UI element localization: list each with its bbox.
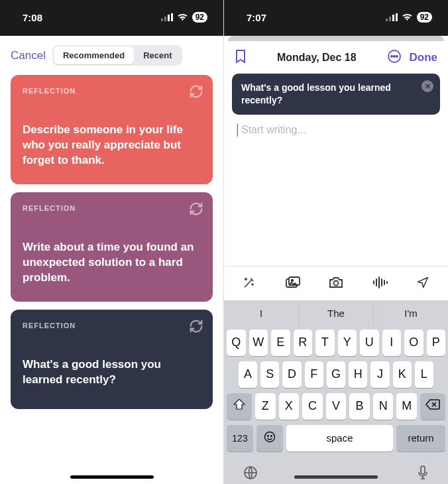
- svg-rect-2: [168, 15, 170, 21]
- battery-level: 92: [417, 12, 432, 23]
- prompt-card[interactable]: REFLECTION Write about a time you found …: [11, 192, 213, 302]
- refresh-icon[interactable]: [189, 202, 203, 219]
- refresh-icon[interactable]: [189, 84, 203, 101]
- key-123[interactable]: 123: [227, 425, 253, 452]
- editor-toolbar: [224, 266, 448, 300]
- key-x[interactable]: X: [279, 393, 300, 420]
- camera-button[interactable]: [323, 273, 349, 294]
- svg-point-11: [396, 56, 397, 57]
- key-v[interactable]: V: [326, 393, 347, 420]
- phone-prompts-screen: 7:08 92 Cancel Recommended Recent REFLEC…: [0, 0, 224, 484]
- key-m[interactable]: M: [396, 393, 417, 420]
- key-k[interactable]: K: [393, 361, 412, 388]
- status-bar: 7:08 92: [0, 0, 223, 36]
- wifi-icon: [402, 13, 413, 21]
- key-u[interactable]: U: [360, 330, 379, 356]
- status-time: 7:08: [23, 12, 42, 23]
- backspace-icon: [425, 399, 440, 413]
- svg-point-10: [393, 56, 394, 57]
- prompts-nav: Cancel Recommended Recent: [0, 36, 223, 75]
- emoji-icon: [264, 434, 276, 445]
- keyboard-row: Z X C V B N M: [227, 393, 445, 420]
- key-s[interactable]: S: [260, 361, 279, 388]
- text-editor[interactable]: │Start writing...: [224, 121, 448, 266]
- prompt-text: Describe someone in your life who you re…: [23, 123, 201, 168]
- key-n[interactable]: N: [373, 393, 394, 420]
- wifi-icon: [177, 13, 188, 21]
- key-h[interactable]: H: [349, 361, 367, 388]
- globe-button[interactable]: [243, 465, 258, 483]
- home-indicator[interactable]: [70, 475, 154, 479]
- key-q[interactable]: Q: [227, 330, 246, 356]
- svg-point-22: [265, 432, 275, 442]
- sheet-background-edge: [228, 36, 444, 41]
- key-z[interactable]: Z: [255, 393, 276, 420]
- waveform-icon: [372, 281, 388, 291]
- key-c[interactable]: C: [302, 393, 323, 420]
- audio-button[interactable]: [366, 273, 393, 294]
- key-shift[interactable]: [227, 393, 252, 420]
- svg-point-23: [268, 436, 269, 437]
- key-o[interactable]: O: [404, 330, 423, 356]
- key-t[interactable]: T: [315, 330, 335, 356]
- done-button[interactable]: Done: [410, 51, 438, 64]
- editor-nav: Monday, Dec 18 Done: [224, 41, 448, 74]
- predictive-text-bar: I The I'm: [224, 300, 448, 326]
- prompt-category: REFLECTION: [23, 87, 201, 95]
- key-return[interactable]: return: [396, 425, 445, 452]
- key-g[interactable]: G: [327, 361, 345, 388]
- more-button[interactable]: [387, 49, 402, 66]
- segmented-control[interactable]: Recommended Recent: [52, 45, 183, 66]
- ai-magic-button[interactable]: [237, 273, 262, 294]
- prompt-card[interactable]: REFLECTION Describe someone in your life…: [11, 75, 213, 184]
- keyboard-row: 123 space return: [227, 425, 445, 452]
- text-cursor: │: [235, 124, 241, 135]
- key-e[interactable]: E: [271, 330, 290, 356]
- svg-point-9: [390, 56, 392, 57]
- key-space[interactable]: space: [286, 425, 393, 452]
- key-y[interactable]: Y: [338, 330, 357, 356]
- key-f[interactable]: F: [305, 361, 323, 388]
- home-indicator[interactable]: [294, 475, 378, 479]
- close-icon: ✕: [425, 82, 431, 91]
- key-i[interactable]: I: [382, 330, 402, 356]
- svg-point-24: [271, 436, 272, 437]
- key-w[interactable]: W: [249, 330, 268, 356]
- sparkle-wand-icon: [242, 281, 256, 291]
- svg-rect-7: [396, 13, 398, 21]
- dismiss-prompt-button[interactable]: ✕: [421, 80, 433, 92]
- dictation-button[interactable]: [416, 465, 429, 483]
- key-l[interactable]: L: [415, 361, 433, 388]
- svg-rect-6: [392, 15, 394, 21]
- refresh-icon[interactable]: [189, 319, 203, 336]
- cancel-button[interactable]: Cancel: [11, 49, 46, 62]
- tab-recommended[interactable]: Recommended: [54, 46, 134, 64]
- cellular-signal-icon: [386, 13, 398, 21]
- send-button[interactable]: [410, 273, 435, 294]
- key-j[interactable]: J: [370, 361, 389, 388]
- key-a[interactable]: A: [239, 361, 257, 388]
- prediction[interactable]: I: [224, 301, 299, 326]
- prompt-text: Write about a time you found an unexpect…: [23, 240, 201, 286]
- bookmark-icon: [235, 49, 247, 66]
- svg-rect-5: [389, 17, 391, 21]
- key-b[interactable]: B: [349, 393, 370, 420]
- prompt-card[interactable]: REFLECTION What's a good lesson you lear…: [11, 310, 213, 409]
- paper-plane-icon: [416, 281, 430, 291]
- tab-recent[interactable]: Recent: [134, 46, 181, 64]
- bookmark-button[interactable]: [235, 49, 247, 66]
- prediction[interactable]: The: [299, 301, 374, 326]
- key-r[interactable]: R: [294, 330, 313, 356]
- key-backspace[interactable]: [420, 393, 445, 420]
- page-title: Monday, Dec 18: [277, 52, 357, 64]
- microphone-icon: [416, 473, 429, 483]
- prompt-card-list: REFLECTION Describe someone in your life…: [0, 75, 223, 409]
- key-d[interactable]: D: [282, 361, 301, 388]
- prompt-text: What's a good lesson you learned recentl…: [23, 357, 201, 388]
- prediction[interactable]: I'm: [374, 301, 448, 326]
- key-p[interactable]: P: [427, 330, 446, 356]
- key-emoji[interactable]: [256, 425, 283, 452]
- editor-placeholder: Start writing...: [241, 124, 306, 135]
- gallery-button[interactable]: [279, 273, 306, 294]
- svg-point-14: [292, 280, 294, 282]
